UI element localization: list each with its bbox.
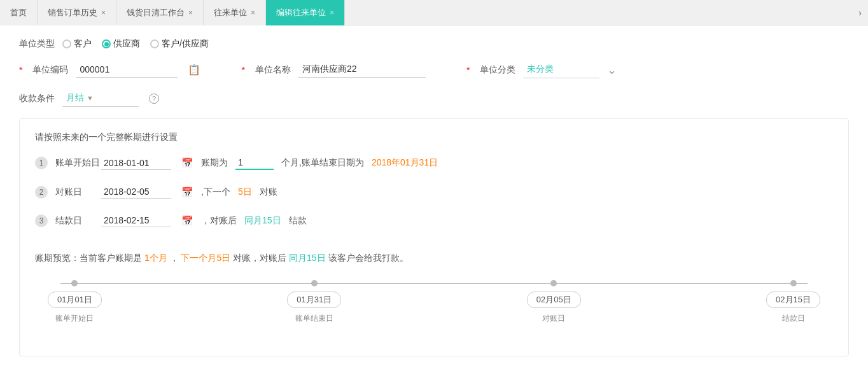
unit-type-radio-group: 客户 供应商 客户/供应商 (62, 38, 209, 50)
timeline-node-4: 02月15日 结款日 (766, 277, 820, 324)
main-content: 单位类型 客户 供应商 客户/供应商 * 单位编码 📋 * 单位名称 * (0, 25, 868, 387)
settings-section: 请按照未来的一个完整帐期进行设置 1 账单开始日 📅 账期为 个月,账单结束日期… (19, 118, 849, 356)
tab-sales-history[interactable]: 销售订单历史 × (38, 0, 116, 25)
node-desc-1: 账单开始日 (55, 313, 94, 324)
period-unit: 个月,账单结束日期为 (281, 157, 364, 169)
radio-customer[interactable]: 客户 (62, 38, 92, 50)
tab-arrow[interactable]: › (852, 0, 868, 25)
node-dot-1 (71, 280, 78, 286)
row3-prefix: ，对账后 (201, 215, 237, 227)
row2-suffix: 对账 (260, 186, 277, 198)
unit-type-label: 单位类型 (19, 38, 55, 50)
period-label: 账期为 (201, 157, 228, 169)
close-tab-sales[interactable]: × (101, 8, 106, 17)
preview-comma1: ， (170, 253, 179, 263)
star-category: * (466, 65, 470, 75)
unit-category-dropdown[interactable]: 未分类 (523, 61, 599, 78)
timeline-container: 01月01日 账单开始日 01月31日 账单结束日 (35, 277, 833, 343)
node-desc-2: 账单结束日 (295, 313, 333, 324)
unit-name-label: 单位名称 (255, 64, 291, 76)
unit-type-row: 单位类型 客户 供应商 客户/供应商 (19, 38, 849, 50)
unit-code-label: 单位编码 (32, 64, 68, 76)
timeline-nodes: 01月01日 账单开始日 01月31日 账单结束日 (48, 277, 820, 324)
radio-circle-supplier (102, 39, 111, 48)
unit-category-value: 未分类 (527, 64, 554, 75)
unit-fields-row: * 单位编码 📋 * 单位名称 * 单位分类 未分类 ⌄ (19, 61, 849, 78)
radio-circle-customer (62, 39, 71, 48)
payment-terms-arrow: ▼ (87, 94, 94, 102)
timeline-node-2: 01月31日 账单结束日 (287, 277, 341, 324)
preview-part5: 该客户会给我打款。 (328, 253, 409, 263)
preview-label: 账期预览：当前客户账期是 (35, 253, 142, 263)
category-dropdown-arrow[interactable]: ⌄ (607, 63, 617, 77)
row2-prefix: ,下一个 (201, 186, 230, 198)
preview-part2: 下一个月5日 (181, 253, 230, 263)
node-label-2: 01月31日 (287, 292, 341, 308)
row2-highlight: 5日 (238, 186, 252, 198)
node-desc-4: 结款日 (782, 313, 805, 324)
calendar-icon-2[interactable]: 📅 (181, 186, 193, 198)
node-dot-2 (311, 280, 318, 286)
help-icon[interactable]: ? (149, 94, 159, 104)
node-dot-3 (550, 280, 557, 286)
field-label-1: 账单开始日 (55, 157, 94, 169)
preview-part1: 1个月 (144, 253, 167, 263)
close-tab-partner[interactable]: × (251, 8, 255, 17)
unit-category-label: 单位分类 (480, 64, 515, 76)
row-num-3: 3 (35, 215, 48, 227)
close-tab-edit-partner[interactable]: × (330, 8, 334, 17)
unit-name-input[interactable] (298, 62, 426, 78)
preview-part3: 对账，对账后 (233, 253, 286, 263)
star-name: * (241, 65, 244, 75)
tab-partner-unit[interactable]: 往来单位 × (204, 0, 266, 25)
field-label-3: 结款日 (55, 215, 94, 227)
star-code: * (19, 65, 22, 75)
node-dot-4 (790, 280, 797, 286)
row3-suffix: 结款 (289, 215, 307, 227)
preview-text: 账期预览：当前客户账期是 1个月 ， 下一个月5日 对账，对账后 同月15日 该… (35, 253, 833, 264)
preview-section: 账期预览：当前客户账期是 1个月 ， 下一个月5日 对账，对账后 同月15日 该… (35, 243, 833, 343)
payment-terms-dropdown[interactable]: 月结 ▼ (62, 90, 139, 107)
tab-home[interactable]: 首页 (0, 0, 38, 25)
timeline-node-3: 02月05日 对账日 (527, 277, 581, 324)
timeline-node-1: 01月01日 账单开始日 (48, 277, 102, 324)
node-label-3: 02月05日 (527, 292, 581, 308)
unit-code-input[interactable] (76, 62, 178, 78)
node-label-1: 01月01日 (48, 292, 102, 308)
setting-row-3: 3 结款日 📅 ，对账后 同月15日 结款 (35, 214, 833, 227)
date-input-2[interactable] (101, 185, 171, 199)
row-num-2: 2 (35, 186, 48, 199)
period-end-date: 2018年01月31日 (372, 157, 438, 169)
close-tab-cash[interactable]: × (188, 8, 193, 17)
copy-icon[interactable]: 📋 (188, 64, 200, 76)
setting-row-1: 1 账单开始日 📅 账期为 个月,账单结束日期为 2018年01月31日 (35, 156, 833, 170)
radio-label-supplier: 供应商 (113, 38, 140, 50)
calendar-icon-3[interactable]: 📅 (181, 215, 193, 227)
tab-cash-work[interactable]: 钱货日清工作台 × (116, 0, 204, 25)
date-input-1[interactable] (101, 157, 171, 170)
row3-highlight: 同月15日 (244, 215, 281, 227)
period-input[interactable] (235, 156, 274, 170)
radio-label-customer-supplier: 客户/供应商 (162, 38, 209, 50)
payment-terms-value: 月结 (66, 92, 84, 104)
radio-label-customer: 客户 (74, 38, 92, 50)
tab-edit-partner[interactable]: 编辑往来单位 × (266, 0, 345, 25)
radio-customer-supplier[interactable]: 客户/供应商 (150, 38, 209, 50)
payment-terms-row: 收款条件 月结 ▼ ? (19, 90, 849, 107)
payment-terms-label: 收款条件 (19, 93, 55, 104)
field-label-2: 对账日 (55, 186, 94, 198)
calendar-icon-1[interactable]: 📅 (181, 157, 193, 169)
radio-supplier[interactable]: 供应商 (102, 38, 140, 50)
preview-part4: 同月15日 (289, 253, 326, 263)
date-input-3[interactable] (101, 214, 171, 227)
row-num-1: 1 (35, 157, 48, 169)
tab-bar: 首页 销售订单历史 × 钱货日清工作台 × 往来单位 × 编辑往来单位 × › (0, 0, 868, 25)
node-label-4: 02月15日 (766, 292, 820, 308)
radio-circle-customer-supplier (150, 39, 159, 48)
node-desc-3: 对账日 (542, 313, 565, 324)
setting-row-2: 2 对账日 📅 ,下一个 5日 对账 (35, 185, 833, 199)
section-title: 请按照未来的一个完整帐期进行设置 (35, 132, 833, 143)
